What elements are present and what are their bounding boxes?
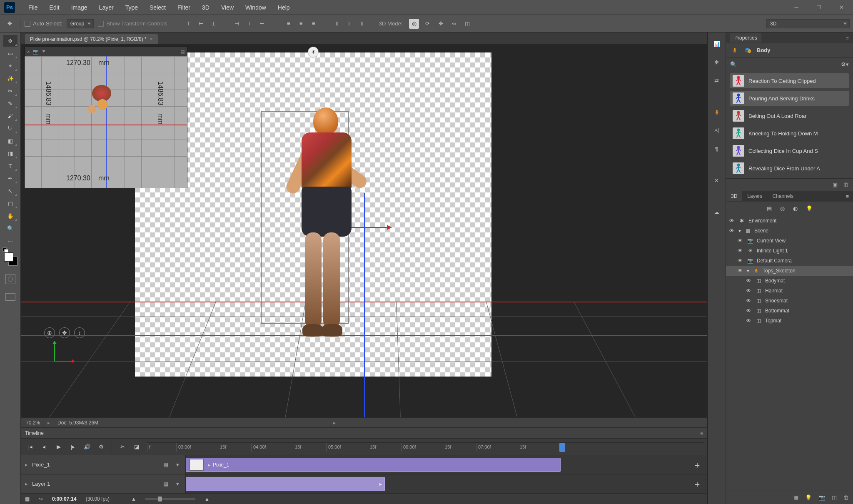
visibility-icon[interactable]: 👁 [745,288,752,294]
new-3d-icon[interactable]: ◫ [832,494,837,501]
dist-left-icon[interactable]: ⦀ [332,18,342,29]
split-button[interactable]: ✂ [116,442,129,452]
quick-mask-toggle[interactable] [5,274,15,284]
workspace-dropdown[interactable]: 3D [766,19,850,28]
scene-item[interactable]: 👁📷Default Camera [726,256,853,266]
status-chevron-icon[interactable]: ▸ [333,420,336,426]
scene-item[interactable]: 👁◫Hairmat [726,286,853,296]
align-left-icon[interactable]: ⊣ [232,18,242,29]
properties-tab[interactable]: Properties [730,33,761,42]
animation-item[interactable]: Kneeling To Holding Down M [730,126,849,141]
light-widget-icon[interactable]: ☀ [308,47,319,57]
color-swatches[interactable] [3,252,17,266]
close-tab-icon[interactable]: × [150,36,153,42]
visibility-icon[interactable]: 👁 [745,298,752,304]
screen-mode-toggle[interactable] [5,293,15,301]
visibility-icon[interactable]: 👁 [737,258,743,264]
filter-light-icon[interactable]: 💡 [806,205,813,212]
next-frame-button[interactable]: |▸ [67,442,79,452]
scale-icon[interactable]: ◫ [462,19,472,29]
menu-window[interactable]: Window [239,2,272,12]
auto-select-dropdown[interactable]: Group [67,19,94,28]
close-button[interactable]: ✕ [834,3,849,12]
secondary-view[interactable]: × 📷 ▤ 1270.30 mm 1270.30 mm 1486.83 mm 1… [24,47,187,188]
frame-mode-icon[interactable]: ▦ [25,496,30,502]
shape-tool[interactable]: ▢ [3,197,17,209]
glyph-icon[interactable]: A| [711,125,722,136]
menu-edit[interactable]: Edit [44,2,65,12]
visibility-icon[interactable]: 👁 [745,308,752,314]
hand-tool[interactable]: ✋ [3,210,17,222]
show-transform-checkbox[interactable]: Show Transform Controls [98,20,167,27]
lasso-tool[interactable]: ⌖ [3,60,17,72]
render-icon[interactable]: ↪ [39,496,43,502]
scene-item[interactable]: 👁▾▦Scene [726,226,853,236]
scene-item[interactable]: 👁📷Current View [726,236,853,246]
slide-icon[interactable]: ⇔ [449,19,459,29]
timeline-ruler[interactable]: f03:00f15f04:00f15f05:00f15f06:00f15f07:… [147,442,704,452]
menu-type[interactable]: Type [120,2,144,12]
first-frame-button[interactable]: |◂ [24,442,37,452]
filter-material-icon[interactable]: ◐ [793,205,798,212]
audio-button[interactable]: 🔊 [81,442,93,452]
brush-tool[interactable]: 🖌 [3,110,17,122]
timeline-menu-icon[interactable]: ≡ [700,430,703,436]
panel-menu-icon[interactable]: ≡ [846,35,849,41]
play-button[interactable]: ▶ [52,442,65,452]
sec-camera-icon[interactable]: 📷 [33,49,39,55]
render-icon[interactable]: ▦ [793,494,798,501]
transition-button[interactable]: ◪ [130,442,143,452]
add-light-icon[interactable]: 💡 [805,494,812,501]
add-camera-icon[interactable]: 📷 [818,494,825,501]
settings-button[interactable]: ⚙ [95,442,107,452]
scene-item[interactable]: 👁✱Environment [726,216,853,226]
align-bottom-icon[interactable]: ⊥ [208,18,219,29]
eyedropper-tool[interactable]: ✎ [3,97,17,109]
track-name[interactable]: Pixie_1 [32,462,158,468]
canvas[interactable]: × 📷 ▤ 1270.30 mm 1270.30 mm 1486.83 mm 1… [21,44,707,417]
minimize-button[interactable]: ─ [789,3,804,12]
visibility-icon[interactable]: 👁 [728,218,735,224]
track-options-icon[interactable]: ▤ [162,462,170,468]
orbit-widget-icon[interactable]: ⊕ [44,327,55,338]
zoom-tool[interactable]: 🔍 [3,222,17,234]
panel-tab-3d[interactable]: 3D [726,191,742,201]
filter-gear-icon[interactable]: ⚙▾ [841,61,849,67]
scene-item[interactable]: 👁◫Bottommat [726,306,853,316]
align-vcenter-icon[interactable]: ⊢ [196,18,207,29]
menu-image[interactable]: Image [65,2,93,12]
track-options-icon[interactable]: ▤ [162,481,170,487]
maximize-button[interactable]: ☐ [811,3,826,12]
track-expand-icon[interactable]: ▸ [25,462,28,468]
animation-item[interactable]: Reaction To Getting Clipped [730,73,849,88]
video-clip[interactable]: ▸ [186,477,385,491]
document-tab[interactable]: Pixie pre-animation.psd @ 70.2% (Pixie_1… [25,34,158,44]
filter-mesh-icon[interactable]: ◎ [780,205,785,212]
pen-tool[interactable]: ✒ [3,172,17,184]
align-hcenter-icon[interactable]: ⫞ [244,18,255,29]
move-tool[interactable]: ✥ [3,35,17,47]
zoom-in-icon[interactable]: ▲ [205,496,210,502]
path-select-tool[interactable]: ↖ [3,185,17,197]
zoom-out-icon[interactable]: ▲ [131,496,136,502]
menu-view[interactable]: View [215,2,239,12]
scene-item[interactable]: 👁☀Infinite Light 1 [726,246,853,256]
panel-tab-channels[interactable]: Channels [767,191,798,201]
menu-filter[interactable]: Filter [172,2,196,12]
move-tool-icon[interactable]: ✥ [3,17,16,30]
zoom-value[interactable]: 70.2% [26,420,40,426]
animation-item[interactable]: Belting Out A Load Roar [730,108,849,123]
scene-item[interactable]: 👁▾🧍Tops_Skeleton [726,266,853,276]
menu-file[interactable]: File [22,2,44,12]
add-media-icon[interactable]: ＋ [693,459,701,470]
video-clip[interactable]: ▸Pixie_1 [186,458,561,472]
pan-icon[interactable]: ✥ [436,19,446,29]
gradient-tool[interactable]: ◨ [3,147,17,159]
dist-top-icon[interactable]: ≡ [283,18,294,29]
track-name[interactable]: Layer 1 [32,481,158,487]
character-mesh[interactable] [275,107,358,341]
expand-icon[interactable]: ▾ [738,228,741,234]
orbit-icon[interactable]: ◎ [409,19,419,29]
adjustments-icon[interactable]: ⇄ [711,75,722,86]
sec-close-icon[interactable]: × [27,49,30,54]
